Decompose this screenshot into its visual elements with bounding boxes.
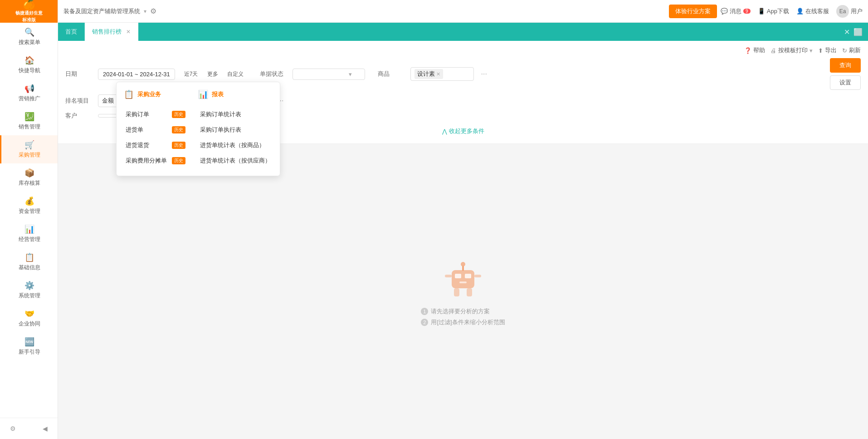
sidebar-logo: 🍊 畅捷通好生意 标准版 xyxy=(0,0,58,23)
report-col-title-text: 报表 xyxy=(212,90,224,99)
tab-close-icon[interactable]: ✕ xyxy=(126,29,131,35)
collapse-label: 收起更多条件 xyxy=(449,127,484,135)
collapse-up-icon: ⋀ xyxy=(442,128,447,135)
dropdown-col-purchase: 📋 采购业务 采购订单 历史 进货单 历史 进货退货 历史 采购费用分摊单 xyxy=(124,89,187,168)
dropdown-item-purchase-expense[interactable]: 采购费用分摊单 历史 xyxy=(124,153,187,168)
help-icon: ❓ xyxy=(744,47,751,54)
tabs-spacer xyxy=(138,23,839,41)
topbar-right: 💬 消息 9 📱 App下载 👤 在线客服 Ea 用户 xyxy=(721,5,863,18)
print-icon: 🖨 xyxy=(770,47,776,54)
app-download-btn[interactable]: 📱 App下载 xyxy=(758,7,789,15)
sales-icon: 💹 xyxy=(24,112,34,122)
basicinfo-icon: 📋 xyxy=(24,252,34,262)
message-icon: 💬 xyxy=(721,8,728,15)
gear-icon[interactable]: ⚙ xyxy=(150,7,156,15)
svg-rect-7 xyxy=(474,275,481,277)
svg-rect-1 xyxy=(455,274,461,278)
print-chevron-icon: ▾ xyxy=(809,47,813,54)
online-service-btn[interactable]: 👤 在线客服 xyxy=(796,7,829,15)
service-label: 在线客服 xyxy=(805,7,829,15)
date-quick-btns: 近7天 更多 自定义 xyxy=(180,69,247,79)
empty-illustration xyxy=(436,256,490,302)
finance-icon: 💰 xyxy=(24,196,34,206)
date-range-input[interactable]: 2024-01-01 ~ 2024-12-31 xyxy=(98,69,175,80)
print-btn[interactable]: 🖨 按模板打印 ▾ xyxy=(770,46,813,54)
home-icon: 🏠 xyxy=(24,55,34,65)
goods-ellipsis[interactable]: ··· xyxy=(481,70,487,78)
marketing-icon: 📢 xyxy=(24,84,34,94)
sidebar-item-system[interactable]: ⚙️ 系统管理 xyxy=(0,276,58,304)
tab-sales-rank[interactable]: 销售排行榜 ✕ xyxy=(85,23,138,41)
industry-btn[interactable]: 体验行业方案 xyxy=(669,5,717,18)
inbound-return-label: 进货退货 xyxy=(126,141,149,149)
refresh-btn[interactable]: ↻ 刷新 xyxy=(842,46,861,54)
guide-icon: 🆕 xyxy=(24,337,34,347)
dropdown-item-inbound-stat-goods[interactable]: 进货单统计表（按商品） xyxy=(198,138,273,153)
set-btn[interactable]: 设置 xyxy=(830,75,861,90)
rank-item-label: 排名项目 xyxy=(65,97,93,105)
print-label: 按模板打印 xyxy=(778,46,808,54)
svg-rect-9 xyxy=(467,288,472,296)
dropdown-col-report: 📊 报表 采购订单统计表 采购订单执行表 进货单统计表（按商品） 进货单统计表（… xyxy=(198,89,273,168)
customer-label: 客户 xyxy=(65,112,93,120)
sidebar-item-finance-label: 资金管理 xyxy=(19,207,40,215)
sidebar-item-basicinfo[interactable]: 📋 基础信息 xyxy=(0,248,58,276)
dropdown-item-inbound[interactable]: 进货单 历史 xyxy=(124,122,187,138)
sidebar-item-guide[interactable]: 🆕 新手引导 xyxy=(0,332,58,360)
order-status-select[interactable]: ▾ xyxy=(293,69,365,80)
goods-tag-design: 设计素 ✕ xyxy=(414,69,443,79)
inbound-history-badge: 历史 xyxy=(172,126,185,133)
tip-num-2: 2 xyxy=(421,319,428,326)
dropdown-item-purchase-order-stat[interactable]: 采购订单统计表 xyxy=(198,107,273,122)
window-close-icon[interactable]: ✕ xyxy=(844,28,850,36)
dropdown-item-purchase-order-exec[interactable]: 采购订单执行表 xyxy=(198,122,273,138)
date-quick-more[interactable]: 更多 xyxy=(204,69,222,79)
goods-input[interactable]: 设计素 ✕ xyxy=(410,67,474,81)
window-resize-icon[interactable]: ⬜ xyxy=(853,28,863,36)
enterprise-icon: 🤝 xyxy=(24,309,34,319)
report-col-icon: 📊 xyxy=(198,89,208,99)
message-btn[interactable]: 💬 消息 9 xyxy=(721,7,751,15)
purchase-expense-label: 采购费用分摊单 xyxy=(126,157,167,165)
dropdown-item-inbound-return[interactable]: 进货退货 历史 xyxy=(124,138,187,153)
order-status-chevron-icon: ▾ xyxy=(349,71,352,78)
empty-tip-2: 2 用[过滤]条件来缩小分析范围 xyxy=(421,318,505,326)
rank-item-value: 金额 xyxy=(102,97,114,105)
system-name: 装备及固定资产辅助管理系统 xyxy=(63,7,140,15)
sidebar-item-quicknav[interactable]: 🏠 快捷导航 xyxy=(0,51,58,79)
sidebar-item-search[interactable]: 🔍 搜索菜单 xyxy=(0,23,58,51)
sidebar-collapse-btn[interactable]: ◀ xyxy=(36,422,54,435)
dropdown-menu: 📋 采购业务 采购订单 历史 进货单 历史 进货退货 历史 采购费用分摊单 xyxy=(116,82,280,176)
purchase-col-icon: 📋 xyxy=(124,89,134,99)
user-btn[interactable]: Ea 用户 xyxy=(836,5,863,18)
purchase-icon: 🛒 xyxy=(24,140,34,150)
sidebar-item-purchase[interactable]: 🛒 采购管理 xyxy=(0,135,58,163)
purchase-expense-history-badge: 历史 xyxy=(172,157,185,164)
export-btn[interactable]: ⬆ 导出 xyxy=(818,46,837,54)
sidebar-item-operations[interactable]: 📊 经营管理 xyxy=(0,220,58,248)
tab-home[interactable]: 首页 xyxy=(58,23,85,41)
tag-close-icon[interactable]: ✕ xyxy=(436,71,440,77)
date-quick-7days[interactable]: 近7天 xyxy=(180,69,202,79)
help-btn[interactable]: ❓ 帮助 xyxy=(744,46,765,54)
sidebar-item-inventory[interactable]: 📦 库存核算 xyxy=(0,163,58,192)
sidebar-item-inventory-label: 库存核算 xyxy=(19,179,40,187)
dropdown-item-inbound-stat-supplier[interactable]: 进货单统计表（按供应商） xyxy=(198,153,273,168)
sidebar-item-marketing[interactable]: 📢 营销推广 xyxy=(0,79,58,107)
sidebar-settings-btn[interactable]: ⚙ xyxy=(4,422,22,435)
logo-icon: 🍊 xyxy=(23,0,35,10)
sidebar-item-operations-label: 经营管理 xyxy=(19,236,40,243)
logo-title: 畅捷通好生意 xyxy=(15,10,43,16)
date-quick-custom[interactable]: 自定义 xyxy=(224,69,247,79)
sidebar-item-finance[interactable]: 💰 资金管理 xyxy=(0,192,58,220)
query-set-col: 查询 设置 xyxy=(830,58,861,90)
sidebar-item-enterprise[interactable]: 🤝 企业协同 xyxy=(0,304,58,332)
tab-home-label: 首页 xyxy=(65,28,77,36)
dropdown-item-purchase-order[interactable]: 采购订单 历史 xyxy=(124,107,187,122)
sidebar-item-sales[interactable]: 💹 销售管理 xyxy=(0,107,58,135)
inbound-return-history-badge: 历史 xyxy=(172,142,185,149)
empty-robot-svg xyxy=(436,256,490,302)
sidebar-item-sales-label: 销售管理 xyxy=(19,123,40,131)
query-btn[interactable]: 查询 xyxy=(830,58,861,73)
user-label: 用户 xyxy=(851,7,863,15)
